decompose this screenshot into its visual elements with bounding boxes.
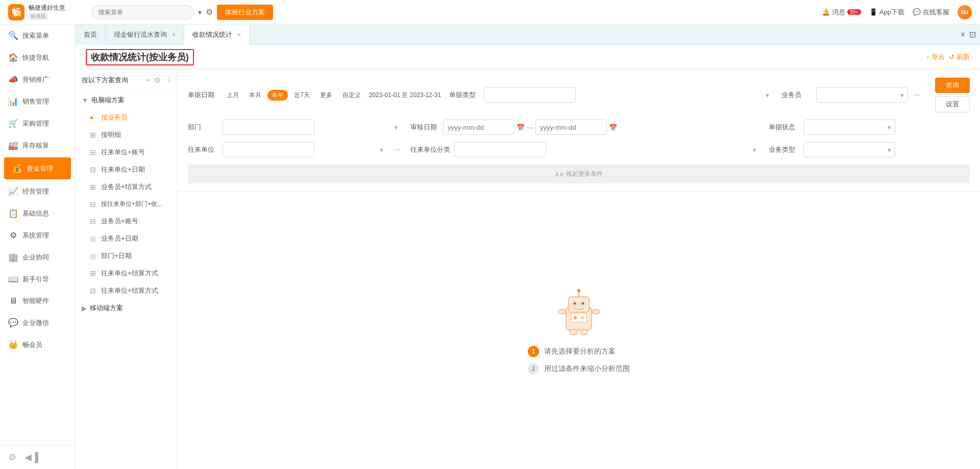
- sidebar-item-finance[interactable]: 💰 资金管理: [4, 157, 71, 179]
- settings-scheme-btn[interactable]: ⚙: [154, 76, 161, 85]
- app-download-btn[interactable]: 📱 App下载: [869, 8, 904, 17]
- sidebar-member-label: 畅会员: [22, 340, 42, 349]
- scheme-item-by-detail[interactable]: ⊞ 按明细: [76, 126, 177, 144]
- collapse-bar[interactable]: ∧∧ 收起更多条件: [188, 165, 970, 183]
- sidebar-item-hardware[interactable]: 🖥 智能硬件: [0, 290, 75, 312]
- filter-biztype-group: 业务类型: [769, 142, 895, 157]
- sidebar-item-wechat[interactable]: 💬 企业微信: [0, 312, 75, 334]
- review-date-start[interactable]: [443, 120, 514, 135]
- scheme-salesman-date-label: 业务员+日期: [101, 234, 138, 243]
- refresh-btn[interactable]: ↺ 刷新: [949, 53, 970, 62]
- dropdown-btn[interactable]: ▾: [198, 8, 202, 16]
- bank-flow-tab-close[interactable]: ×: [172, 31, 176, 38]
- doctype-filter-label: 单据类型: [449, 90, 480, 100]
- filter-date-group: 单据日期 上月 本月 本年 近7天 更多 自定义 2023-01-01 至 20…: [188, 90, 441, 101]
- sidebar-wechat-label: 企业微信: [22, 318, 49, 327]
- scheme-item-salesman-account[interactable]: ⊟ 业务员+账号: [76, 213, 177, 230]
- scheme-item-salesman-settle[interactable]: ⊞ 业务员+结算方式: [76, 178, 177, 196]
- empty-steps: 1 请先选择要分析的方案 2 用过滤条件来缩小分析范围: [528, 346, 630, 374]
- tab-home[interactable]: 首页: [76, 25, 106, 45]
- dept-select[interactable]: [223, 120, 314, 135]
- sidebar-item-enterprise[interactable]: 🏢 企业协同: [0, 246, 75, 268]
- partner-select[interactable]: [223, 142, 314, 157]
- collection-tab-close[interactable]: ×: [237, 31, 241, 38]
- review-date-end[interactable]: [535, 120, 607, 135]
- sidebar-item-operations[interactable]: 📈 经营管理: [0, 180, 75, 202]
- maximize-window-btn[interactable]: ⊡: [969, 30, 976, 39]
- marketing-icon: 📣: [8, 75, 18, 84]
- scheme-item-partner-dept[interactable]: ⊟ 按往来单位+部门+收...: [76, 196, 177, 213]
- query-btn[interactable]: 查询: [935, 78, 970, 93]
- arrow-down-icon: ▼: [82, 97, 88, 104]
- calendar-icon-2[interactable]: 📅: [609, 124, 617, 131]
- scheme-item-partner-settle1[interactable]: ⊞ 往来单位+结算方式: [76, 265, 177, 282]
- collapse-sidebar-btn[interactable]: ◀▐: [24, 452, 38, 463]
- docstatus-select[interactable]: [803, 120, 895, 135]
- scheme-desktop-title[interactable]: ▼ 电脑端方案: [76, 91, 177, 109]
- date-tab-more[interactable]: 更多: [316, 90, 336, 101]
- biztype-select[interactable]: [803, 142, 895, 157]
- collapse-scheme-btn[interactable]: 《: [164, 76, 171, 85]
- sidebar-item-basicinfo[interactable]: 📋 基础信息: [0, 202, 75, 224]
- sidebar-enterprise-label: 企业协同: [22, 253, 49, 262]
- user-area[interactable]: Rit: [958, 5, 972, 19]
- finance-icon: 💰: [12, 163, 22, 173]
- tab-collection[interactable]: 收款情况统计 ×: [184, 25, 250, 45]
- version-badge: 标准版: [29, 12, 48, 20]
- date-tab-this-year[interactable]: 本年: [267, 90, 288, 101]
- sidebar-item-marketing[interactable]: 📣 营销推广: [0, 68, 75, 90]
- scheme-item-salesman-date[interactable]: ◎ 业务员+日期: [76, 230, 177, 247]
- sidebar-item-inventory[interactable]: 🏭 库存核算: [0, 134, 75, 156]
- messages-badge: 99+: [847, 9, 861, 15]
- messages-label: 消息: [832, 8, 845, 17]
- scheme-item-dept-date[interactable]: ◎ 部门+日期: [76, 247, 177, 265]
- service-icon: 💬: [913, 8, 921, 16]
- online-service-btn[interactable]: 💬 在线客服: [913, 8, 949, 17]
- close-window-btn[interactable]: ×: [961, 30, 965, 39]
- partner-category-select[interactable]: [454, 142, 546, 157]
- content-area: 按以下方案查询 ＋ ⚙ 《: [76, 69, 980, 469]
- sidebar-item-search[interactable]: 🔍 搜索菜单: [0, 25, 75, 46]
- export-btn[interactable]: ↑ 导出: [926, 53, 945, 62]
- desktop-section-label: 电脑端方案: [91, 96, 125, 105]
- date-tab-this-month[interactable]: 本月: [245, 90, 265, 101]
- tab-bank-flow[interactable]: 现金银行流水查询 ×: [106, 25, 184, 45]
- sidebar-item-sales[interactable]: 📊 销售管理: [0, 90, 75, 112]
- doctype-select[interactable]: [484, 87, 576, 103]
- gear-btn[interactable]: ⚙: [206, 7, 213, 17]
- scheme-mobile-title[interactable]: ▶ 移动端方案: [76, 299, 177, 317]
- tab-bar-right: × ⊡: [961, 30, 980, 39]
- add-scheme-btn[interactable]: ＋: [144, 76, 151, 85]
- sidebar-item-guide[interactable]: 📖 新手引导: [0, 268, 75, 290]
- header-right: 🔔 消息 99+ 📱 App下载 💬 在线客服 Rit: [822, 5, 972, 19]
- salesman-date-icon: ◎: [90, 235, 98, 243]
- scheme-item-by-salesman[interactable]: ● 按业务员: [76, 109, 177, 126]
- sidebar-basicinfo-label: 基础信息: [22, 209, 49, 218]
- scheme-item-partner-date[interactable]: ⊟ 往来单位+日期: [76, 161, 177, 178]
- biz-type-label: 业务类型: [769, 145, 799, 154]
- filter-action-buttons: 查询 设置: [935, 78, 970, 112]
- filter-row-2: 部门 审核日期 📅 — 📅: [188, 120, 970, 135]
- partner-settle2-icon: ⊟: [90, 287, 98, 295]
- sidebar-item-system[interactable]: ⚙ 系统管理: [0, 224, 75, 246]
- trial-btn[interactable]: 体验行业方案: [217, 5, 273, 20]
- sidebar-item-quick-nav[interactable]: 🏠 快捷导航: [0, 46, 75, 68]
- salesman-select[interactable]: [816, 87, 908, 103]
- salesman-more-btn[interactable]: ···: [912, 90, 923, 100]
- sidebar-item-member[interactable]: 👑 畅会员: [0, 334, 75, 356]
- search-icon: 🔍: [8, 31, 18, 40]
- filter-settings-btn[interactable]: 设置: [935, 96, 970, 112]
- date-tab-7days[interactable]: 近7天: [290, 90, 314, 101]
- review-date-label: 审核日期: [410, 123, 441, 132]
- calendar-icon-1[interactable]: 📅: [517, 124, 525, 131]
- messages-btn[interactable]: 🔔 消息 99+: [822, 8, 861, 17]
- date-tab-custom[interactable]: 自定义: [338, 90, 365, 101]
- scheme-item-partner-settle2[interactable]: ⊟ 往来单位+结算方式: [76, 282, 177, 299]
- settings-footer-btn[interactable]: ⚙: [8, 452, 16, 463]
- scheme-item-partner-account[interactable]: ⊟ 往来单位+账号: [76, 144, 177, 161]
- date-tab-last-month[interactable]: 上月: [223, 90, 243, 101]
- sidebar-item-purchase[interactable]: 🛒 采购管理: [0, 112, 75, 134]
- search-input[interactable]: [92, 5, 194, 19]
- collapse-label: 收起更多条件: [566, 170, 603, 178]
- partner-more-btn[interactable]: ···: [391, 145, 402, 154]
